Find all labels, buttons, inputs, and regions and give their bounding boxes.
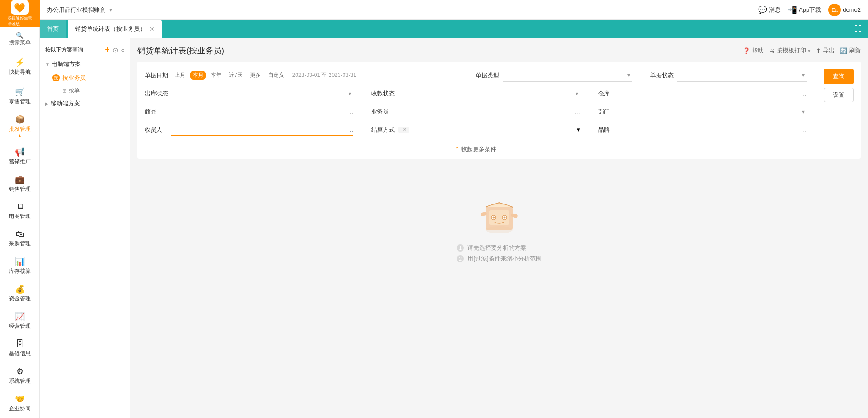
sidebar-item-wholesale[interactable]: 📦 批发管理 ▲ [0, 110, 39, 142]
sidebar-item-purchase[interactable]: 🛍 采购管理 [0, 225, 39, 252]
tree-child-by-salesperson[interactable]: 按 按业务员 [40, 71, 130, 85]
message-btn[interactable]: 💬 消息 [758, 5, 781, 14]
receipt-status-select[interactable]: ▾ [398, 90, 580, 97]
sidebar-nav: 🛒 零售管理 📦 批发管理 ▲ 📢 营销推广 💼 销售管理 🖥 电商管理 🛍 采… [0, 82, 39, 418]
out-status-control[interactable]: ▾ [172, 87, 353, 100]
filter-item-date: 单据日期 上月 本月 本年 近7天 更多 自定义 2023-03-01 至 20… [145, 69, 458, 82]
add-scheme-btn[interactable]: + [105, 45, 110, 55]
out-status-caret: ▾ [349, 90, 351, 97]
left-panel: 按以下方案查询 + ⊙ « ▼ 电脑端方案 按 按业务员 ⊞ 按单 [40, 38, 130, 418]
tabbar: 首页 销货单统计表（按业务员） ✕ － ⛶ [40, 20, 868, 38]
empty-icon [476, 191, 522, 237]
doc-type-select[interactable]: ▾ [503, 72, 632, 78]
topbar-dropdown-arrow[interactable]: ▾ [109, 7, 112, 13]
sidebar-item-ops[interactable]: 📈 经营管理 [0, 307, 39, 335]
date-btn-last-month[interactable]: 上月 [172, 71, 188, 80]
sidebar-item-ecommerce[interactable]: 🖥 电商管理 [0, 198, 39, 225]
date-btn-this-year[interactable]: 本年 [208, 71, 224, 80]
brand-label: 品牌 [598, 126, 621, 134]
sidebar-item-marketing[interactable]: 📢 营销推广 [0, 142, 39, 170]
doc-status-control[interactable]: ▾ [677, 69, 807, 82]
refresh-btn[interactable]: 🔄 刷新 [840, 47, 861, 55]
grid-icon: ⊞ [62, 88, 67, 94]
sidebar-item-sales[interactable]: 💼 销售管理 [0, 170, 39, 198]
doc-type-caret: ▾ [627, 72, 630, 78]
sidebar-item-retail[interactable]: 🛒 零售管理 [0, 82, 39, 110]
tab-home[interactable]: 首页 [40, 20, 66, 38]
warehouse-control: ... [624, 87, 807, 100]
payment-tag-close[interactable]: ✕ [403, 127, 406, 132]
tree-item-mobile[interactable]: ▶ 移动端方案 [40, 97, 130, 110]
filter-rows: 单据日期 上月 本月 本年 近7天 更多 自定义 2023-03-01 至 20… [145, 69, 807, 140]
department-control[interactable]: ▾ [624, 105, 807, 118]
export-btn[interactable]: ⬆ 导出 [816, 47, 835, 55]
goods-control: ... [171, 105, 353, 118]
brand-dots-btn[interactable]: ... [801, 126, 807, 133]
payment-caret: ▾ [577, 126, 580, 133]
app-download-btn[interactable]: 📲 App下载 [788, 5, 821, 14]
print-dropdown-icon[interactable]: ▾ [808, 48, 811, 54]
export-icon: ⬆ [816, 48, 821, 54]
main-content: 销货单统计表(按业务员) ❓ 帮助 🖨 按模板打印 ▾ ⬆ 导出 [130, 38, 868, 418]
tree-arrow-mobile: ▶ [45, 101, 49, 106]
payment-control[interactable]: ✕ ▾ [398, 124, 580, 136]
salesperson-dots-btn[interactable]: ... [575, 108, 580, 115]
message-icon: 💬 [758, 5, 767, 14]
settings-scheme-btn[interactable]: ⊙ [113, 46, 118, 54]
sidebar-item-finance[interactable]: 💰 资金管理 [0, 280, 39, 307]
doc-status-select[interactable]: ▾ [677, 72, 807, 78]
tab-maximize-icon[interactable]: ⛶ [852, 25, 864, 33]
help-icon: ❓ [743, 48, 750, 54]
tree-arrow-pc: ▼ [45, 62, 50, 67]
query-btn[interactable]: 查询 [824, 69, 854, 84]
date-btn-7days[interactable]: 近7天 [226, 71, 245, 80]
date-btn-this-month[interactable]: 本月 [190, 71, 206, 80]
filter-item-payment: 结算方式 ✕ ▾ [371, 124, 580, 136]
date-btn-custom[interactable]: 自定义 [265, 71, 287, 80]
doc-type-label: 单据类型 [476, 71, 499, 80]
tree-label-mobile: 移动端方案 [51, 100, 80, 108]
print-btn[interactable]: 🖨 按模板打印 ▾ [769, 47, 811, 55]
logo-icon: 🧡 [11, 0, 29, 15]
sidebar-item-base[interactable]: 🗄 基础信息 [0, 335, 39, 362]
tab-close-icon[interactable]: ✕ [149, 25, 155, 33]
active-dot: 按 [52, 74, 60, 81]
salesperson-control: ... [397, 105, 580, 118]
right-btns: 查询 设置 [824, 69, 854, 102]
sidebar-search[interactable]: 🔍 搜索菜单 [0, 27, 39, 51]
department-select[interactable]: ▾ [624, 109, 807, 115]
receipt-status-control[interactable]: ▾ [398, 87, 580, 100]
help-btn[interactable]: ❓ 帮助 [743, 47, 764, 55]
left-panel-header: 按以下方案查询 + ⊙ « [40, 43, 130, 57]
filter-item-department: 部门 ▾ [598, 105, 807, 118]
tab-minimize-icon[interactable]: － [839, 24, 852, 34]
filter-row-2: 出库状态 ▾ 收款状态 [145, 87, 807, 100]
collapse-icon: ⌃ [455, 146, 459, 152]
doc-type-control[interactable]: ▾ [503, 69, 632, 82]
sidebar-item-quick-nav[interactable]: ⚡ 快捷导航 [0, 53, 39, 81]
recipient-dots-btn[interactable]: ... [348, 126, 354, 133]
out-status-select[interactable]: ▾ [172, 90, 353, 97]
content-wrapper: 按以下方案查询 + ⊙ « ▼ 电脑端方案 按 按业务员 ⊞ 按单 [40, 38, 868, 418]
recipient-label: 收货人 [145, 126, 167, 134]
sidebar-item-corp[interactable]: 🤝 企业协同 [0, 390, 39, 417]
page-actions: ❓ 帮助 🖨 按模板打印 ▾ ⬆ 导出 🔄 刷新 [743, 47, 861, 55]
recipient-control: ... [171, 124, 353, 136]
goods-dots-btn[interactable]: ... [348, 108, 354, 115]
settings-btn[interactable]: 设置 [824, 88, 854, 102]
logo-text: 畅捷通好生意 标准版 [8, 16, 32, 27]
tree-item-pc[interactable]: ▼ 电脑端方案 [40, 57, 130, 71]
collapse-panel-btn[interactable]: « [121, 47, 124, 53]
sidebar-item-system[interactable]: ⚙ 系统管理 [0, 362, 39, 390]
warehouse-dots-btn[interactable]: ... [801, 90, 807, 97]
collapse-btn[interactable]: ⌃ 收起更多条件 [449, 143, 502, 155]
collapse-row: ⌃ 收起更多条件 [145, 140, 807, 159]
svg-point-5 [493, 217, 495, 219]
svg-point-6 [504, 217, 506, 219]
sidebar-item-inventory[interactable]: 📊 库存核算 [0, 252, 39, 280]
download-icon: 📲 [788, 5, 797, 14]
tab-sales-stat[interactable]: 销货单统计表（按业务员） ✕ [68, 20, 162, 38]
user-menu[interactable]: Ea demo2 [828, 4, 861, 16]
date-btn-more[interactable]: 更多 [247, 71, 264, 80]
tree-child-by-order[interactable]: ⊞ 按单 [40, 85, 130, 97]
